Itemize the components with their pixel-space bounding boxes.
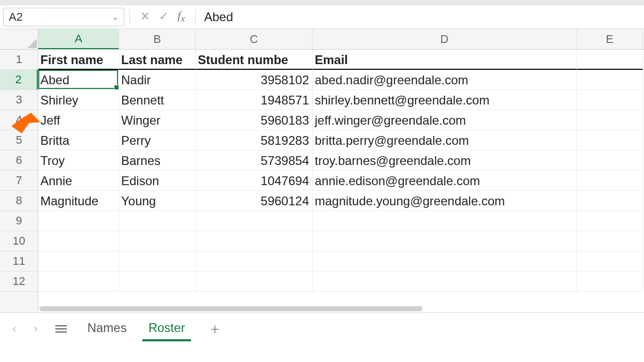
row-header-4[interactable]: 4: [0, 110, 38, 130]
row-header-8[interactable]: 8: [0, 191, 38, 211]
row-header-12[interactable]: 12: [0, 272, 38, 292]
cell[interactable]: 3958102: [196, 70, 313, 90]
cell[interactable]: First name: [38, 50, 119, 70]
row-header-6[interactable]: 6: [0, 150, 38, 171]
row-header-3[interactable]: 3: [0, 90, 38, 110]
cell[interactable]: [313, 231, 577, 251]
cell[interactable]: Magnitude: [38, 191, 119, 211]
cell[interactable]: Britta: [38, 130, 119, 150]
cell[interactable]: Barnes: [119, 150, 196, 171]
cell[interactable]: [577, 150, 643, 171]
select-all-corner[interactable]: [0, 29, 38, 50]
cancel-icon[interactable]: ✕: [140, 11, 150, 22]
cell[interactable]: [196, 231, 313, 251]
sheet-tab-names[interactable]: Names: [81, 316, 133, 341]
cells-area[interactable]: First nameLast nameStudent numbeEmailAbe…: [38, 50, 644, 312]
cell[interactable]: [119, 251, 196, 272]
sheet-tabs: NamesRoster: [81, 316, 192, 341]
cell[interactable]: jeff.winger@greendale.com: [313, 110, 577, 130]
spreadsheet-grid[interactable]: ABCDE 123456789101112 First nameLast nam…: [0, 29, 644, 312]
table-row: BrittaPerry5819283britta.perry@greendale…: [38, 130, 644, 150]
all-sheets-icon[interactable]: [52, 322, 70, 336]
accept-icon[interactable]: ✓: [159, 11, 168, 22]
cell[interactable]: [577, 191, 643, 211]
column-header-B[interactable]: B: [119, 29, 196, 49]
tab-nav-prev[interactable]: ‹: [9, 319, 19, 339]
cell[interactable]: [577, 211, 643, 231]
cell[interactable]: [196, 211, 313, 231]
cell[interactable]: Young: [119, 191, 196, 211]
formula-input[interactable]: Abed: [201, 8, 641, 26]
table-row: TroyBarnes5739854troy.barnes@greendale.c…: [38, 150, 644, 171]
cell[interactable]: 5739854: [196, 150, 313, 171]
cell[interactable]: [313, 211, 577, 231]
scrollbar-thumb[interactable]: [39, 306, 422, 311]
cell[interactable]: Student numbe: [196, 50, 313, 70]
cell[interactable]: britta.perry@greendale.com: [313, 130, 577, 150]
column-header-A[interactable]: A: [38, 29, 119, 49]
cell[interactable]: [313, 251, 577, 272]
row-header-10[interactable]: 10: [0, 231, 38, 251]
cell[interactable]: troy.barnes@greendale.com: [313, 150, 577, 171]
cell[interactable]: Winger: [119, 110, 196, 130]
cell[interactable]: [38, 251, 119, 272]
cell[interactable]: [313, 272, 577, 292]
cell[interactable]: 5819283: [196, 130, 313, 150]
cell[interactable]: [38, 211, 119, 231]
cell[interactable]: [119, 272, 196, 292]
name-box[interactable]: A2 ⌄: [3, 8, 124, 26]
cell[interactable]: [38, 231, 119, 251]
add-sheet-button[interactable]: ＋: [202, 320, 227, 338]
cell[interactable]: Annie: [38, 171, 119, 191]
cell[interactable]: [577, 130, 643, 150]
row-header-5[interactable]: 5: [0, 130, 38, 150]
cell[interactable]: abed.nadir@greendale.com: [313, 70, 577, 90]
cell[interactable]: Perry: [119, 130, 196, 150]
row-header-7[interactable]: 7: [0, 171, 38, 191]
cell[interactable]: Email: [313, 50, 577, 70]
divider: [129, 9, 130, 25]
cell[interactable]: [119, 211, 196, 231]
cell[interactable]: 5960124: [196, 191, 313, 211]
cell[interactable]: [577, 110, 643, 130]
cell[interactable]: [577, 90, 643, 110]
cell[interactable]: [577, 251, 643, 272]
cell[interactable]: 1047694: [196, 171, 313, 191]
row-header-2[interactable]: 2: [0, 70, 38, 90]
cell[interactable]: Last name: [119, 50, 196, 70]
cell[interactable]: [577, 231, 643, 251]
cell[interactable]: 1948571: [196, 90, 313, 110]
cell[interactable]: Shirley: [38, 90, 119, 110]
row-header-1[interactable]: 1: [0, 50, 38, 70]
cell[interactable]: Bennett: [119, 90, 196, 110]
cell[interactable]: shirley.bennett@greendale.com: [313, 90, 577, 110]
table-row: First nameLast nameStudent numbeEmail: [38, 50, 644, 70]
cell[interactable]: [577, 70, 643, 90]
column-header-C[interactable]: C: [196, 29, 313, 49]
cell[interactable]: [577, 50, 643, 70]
row-header-11[interactable]: 11: [0, 251, 38, 272]
cell[interactable]: [38, 272, 119, 292]
row-header-9[interactable]: 9: [0, 211, 38, 231]
svg-marker-0: [27, 39, 37, 48]
cell[interactable]: [196, 272, 313, 292]
cell[interactable]: [577, 171, 643, 191]
cell[interactable]: 5960183: [196, 110, 313, 130]
column-headers: ABCDE: [38, 29, 644, 50]
cell[interactable]: [119, 231, 196, 251]
fx-icon[interactable]: fx: [178, 9, 185, 24]
cell[interactable]: annie.edison@greendale.com: [313, 171, 577, 191]
tab-nav-next[interactable]: ›: [31, 319, 40, 339]
cell[interactable]: Jeff: [38, 110, 119, 130]
sheet-tab-roster[interactable]: Roster: [142, 316, 192, 341]
cell[interactable]: [196, 251, 313, 272]
cell[interactable]: [577, 272, 643, 292]
cell[interactable]: Troy: [38, 150, 119, 171]
column-header-D[interactable]: D: [313, 29, 577, 49]
cell[interactable]: Edison: [119, 171, 196, 191]
cell[interactable]: Abed: [38, 70, 119, 90]
column-header-E[interactable]: E: [577, 29, 643, 49]
horizontal-scrollbar[interactable]: [39, 305, 644, 312]
cell[interactable]: Nadir: [119, 70, 196, 90]
cell[interactable]: magnitude.young@greendale.com: [313, 191, 577, 211]
